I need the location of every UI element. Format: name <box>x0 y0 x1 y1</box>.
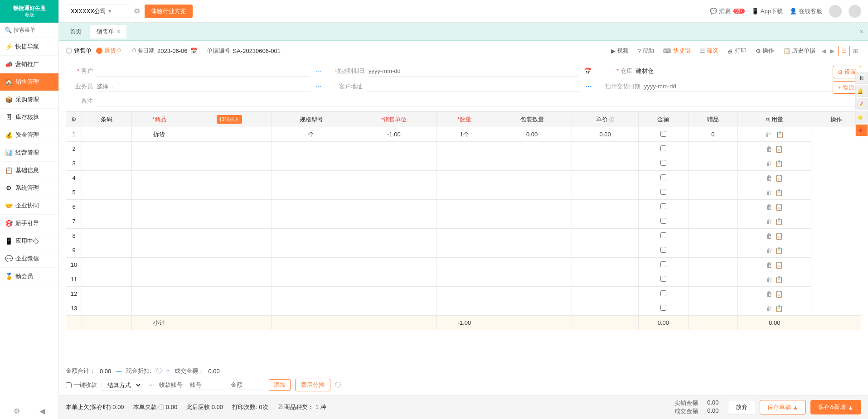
gift-checkbox[interactable] <box>660 145 666 151</box>
address-more-icon[interactable]: ··· <box>586 82 592 91</box>
gift-checkbox[interactable] <box>660 189 666 195</box>
salesperson-more-icon[interactable]: ··· <box>316 82 322 91</box>
message-button[interactable]: 💬 消息 99+ <box>710 7 745 15</box>
delete-row-icon[interactable]: 🗑 <box>766 261 772 269</box>
ops-button[interactable]: ⚙ 操作 <box>753 45 777 56</box>
delete-row-icon[interactable]: 🗑 <box>766 305 772 312</box>
gift-checkbox[interactable] <box>660 160 666 166</box>
tab-close-icon[interactable]: × <box>117 29 120 35</box>
scan-button[interactable]: 扫码录入 <box>217 115 242 124</box>
amount-input[interactable] <box>228 380 264 390</box>
customer-input[interactable] <box>97 66 310 77</box>
row-qty[interactable]: -1.00 <box>351 127 437 142</box>
sidebar-item-guide[interactable]: 🎯 新手引导 <box>0 215 58 232</box>
customer-service-button[interactable]: 👤 在线客服 <box>790 7 822 15</box>
copy-row-icon[interactable]: 📋 <box>775 218 783 225</box>
sidebar-item-inventory[interactable]: 🗄 库存核算 <box>0 109 58 126</box>
trial-button[interactable]: 体验行业方案 <box>145 5 193 18</box>
filter-button[interactable]: ☰ 筛选 <box>697 45 721 56</box>
sidebar-item-system[interactable]: ⚙ 系统管理 <box>0 179 58 197</box>
sidebar-item-marketing[interactable]: 📣 营销推广 <box>0 56 58 73</box>
rp-btn-active[interactable]: 📌 <box>855 124 868 136</box>
row-amount[interactable]: 0.00 <box>572 127 639 142</box>
warehouse-value[interactable]: 建材仓 <box>636 67 850 75</box>
tab-close-right-icon[interactable]: × <box>860 28 863 35</box>
gift-checkbox[interactable] <box>660 290 666 296</box>
copy-row-icon[interactable]: 📋 <box>775 261 783 269</box>
delete-row-icon[interactable]: 🗑 <box>766 232 772 240</box>
user-avatar[interactable] <box>829 5 842 18</box>
nav-left-icon[interactable]: ◀ <box>822 48 826 54</box>
copy-row-icon[interactable]: 📋 <box>775 305 783 312</box>
account-input[interactable] <box>187 380 223 390</box>
print-button[interactable]: 🖨 打印 <box>725 45 749 56</box>
calendar-icon[interactable]: 📅 <box>190 48 198 54</box>
gift-checkbox[interactable] <box>660 232 666 238</box>
add-payment-button[interactable]: 添加 <box>269 379 291 391</box>
settlement-more-icon[interactable]: ··· <box>149 381 155 389</box>
video-button[interactable]: ▶ 视频 <box>608 45 631 56</box>
salesperson-input[interactable] <box>97 81 310 92</box>
shortcut-button[interactable]: ⌨ 快捷键 <box>660 45 693 56</box>
gift-checkbox[interactable] <box>660 203 666 209</box>
delete-row-icon[interactable]: 🗑 <box>765 131 771 138</box>
copy-row-icon[interactable]: 📋 <box>775 276 783 283</box>
rp-btn-star[interactable]: ⭐ <box>855 111 868 123</box>
view-list-icon[interactable]: ☰ <box>838 46 850 56</box>
date-value[interactable]: 2023-06-06 <box>157 48 188 54</box>
notes-input[interactable] <box>97 96 861 106</box>
row-spec[interactable] <box>187 127 272 142</box>
row-barcode[interactable] <box>82 127 132 142</box>
due-date-input[interactable] <box>369 66 578 77</box>
gift-checkbox[interactable] <box>660 131 666 137</box>
row-pack[interactable]: 1个 <box>436 127 492 142</box>
order-no-value[interactable]: SA-20230606-001 <box>233 48 281 54</box>
one-key-payment[interactable]: 一键收款 <box>66 381 97 389</box>
history-button[interactable]: 📋 历史单据 <box>781 45 818 56</box>
gift-checkbox[interactable] <box>660 218 666 224</box>
sidebar-item-operations[interactable]: 📊 经营管理 <box>0 144 58 162</box>
sidebar-item-quick-nav[interactable]: ⚡ 快捷导航 <box>0 38 58 56</box>
copy-row-icon[interactable]: 📋 <box>775 160 783 167</box>
user-avatar2[interactable] <box>849 5 861 18</box>
sidebar-search[interactable]: 🔍 搜索菜单 <box>0 23 58 38</box>
tab-home[interactable]: 首页 <box>63 25 88 39</box>
abandon-button[interactable]: 放弃 <box>728 400 755 414</box>
delete-row-icon[interactable]: 🗑 <box>766 218 772 225</box>
copy-row-icon[interactable]: 📋 <box>775 189 783 196</box>
gift-checkbox[interactable] <box>660 261 666 267</box>
view-grid-icon[interactable]: ⊞ <box>850 46 861 56</box>
delete-row-icon[interactable]: 🗑 <box>766 247 772 254</box>
payment-checkbox[interactable] <box>66 382 72 388</box>
radio-sales-order[interactable]: 销售单 <box>66 47 92 55</box>
tab-sales-order[interactable]: 销售单 × <box>90 25 126 39</box>
save-draft-button[interactable]: 保存草稿 ▲ <box>760 400 806 414</box>
th-scan[interactable]: 扫码录入 <box>187 112 272 127</box>
gift-checkbox[interactable] <box>660 305 666 311</box>
sidebar-item-enterprise[interactable]: 🤝 企业协同 <box>0 197 58 215</box>
info-icon-footer[interactable]: ⓘ <box>158 404 164 410</box>
sidebar-item-member[interactable]: 🏅 畅会员 <box>0 268 58 285</box>
sidebar-collapse-icon[interactable]: ◀ <box>39 407 45 415</box>
copy-row-icon[interactable]: 📋 <box>775 247 783 254</box>
due-date-calendar-icon[interactable]: 📅 <box>584 67 592 75</box>
delete-row-icon[interactable]: 🗑 <box>766 145 772 153</box>
customer-more-icon[interactable]: ··· <box>316 67 322 75</box>
th-settings[interactable]: ⚙ <box>66 112 82 127</box>
sidebar-item-purchase[interactable]: 📦 采购管理 <box>0 91 58 109</box>
gift-checkbox[interactable] <box>660 276 666 282</box>
header-gear-icon[interactable]: ⚙ <box>134 7 140 15</box>
sidebar-item-finance[interactable]: 💰 资金管理 <box>0 126 58 144</box>
row-gift[interactable] <box>638 127 688 142</box>
copy-row-icon[interactable]: 📋 <box>776 131 784 138</box>
sidebar-item-basics[interactable]: 📋 基础信息 <box>0 162 58 179</box>
rp-btn-note[interactable]: 📝 <box>855 98 868 110</box>
product-types-checkbox[interactable]: ☑ <box>277 404 283 410</box>
row-unit[interactable]: 个 <box>272 127 351 142</box>
delete-row-icon[interactable]: 🗑 <box>766 276 772 283</box>
row-price[interactable]: 0.00 <box>492 127 572 142</box>
copy-row-icon[interactable]: 📋 <box>775 203 783 211</box>
sidebar-settings-icon[interactable]: ⚙ <box>14 407 20 415</box>
delete-row-icon[interactable]: 🗑 <box>766 203 772 211</box>
info-circle-icon[interactable]: ⓘ <box>156 367 162 375</box>
